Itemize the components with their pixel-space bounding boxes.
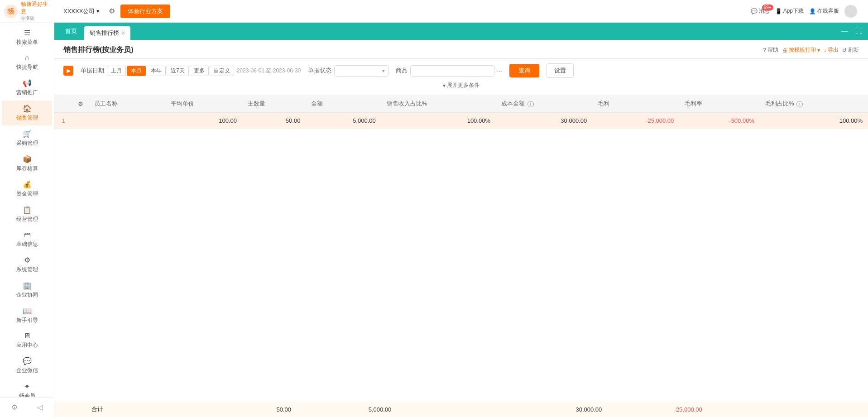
goods-filter-label: 商品	[396, 67, 408, 75]
tab-home[interactable]: 首页	[58, 23, 84, 40]
topbar-settings-icon[interactable]: ⚙	[107, 5, 117, 17]
date-btn-more[interactable]: 更多	[190, 66, 209, 76]
cell-gross-pct: 100.00%	[760, 113, 868, 129]
sidebar-item-quick-nav[interactable]: ⌂快捷导航	[2, 50, 52, 75]
footer-avg-price-cell	[136, 402, 216, 417]
gross-pct-info-icon[interactable]: i	[796, 101, 803, 107]
cost-info-icon[interactable]: i	[528, 101, 534, 107]
tab-minimize-icon[interactable]: —	[839, 25, 850, 37]
export-btn[interactable]: ↓ 导出	[824, 46, 839, 54]
sidebar-nav: ☰搜索菜单⌂快捷导航📢营销推广🏠销售管理🛒采购管理📦库存核算💰资金管理📋经营管理…	[0, 23, 54, 397]
settings-btn[interactable]: 设置	[547, 63, 574, 78]
filter-expand-arrow[interactable]: ▶	[63, 66, 73, 76]
tab-close-icon[interactable]: ×	[122, 30, 125, 36]
goods-more-icon[interactable]: ···	[497, 67, 502, 74]
th-employee-name: 员工名称	[89, 95, 165, 113]
sidebar-item-sales[interactable]: 🏠销售管理	[2, 101, 52, 125]
footer-cost-cell: 30,000.00	[507, 402, 607, 417]
sidebar-label-quick-nav: 快捷导航	[16, 63, 38, 71]
template-icon: 🖨	[782, 47, 787, 53]
sidebar: 畅 畅康通好生意 标准版 ☰搜索菜单⌂快捷导航📢营销推广🏠销售管理🛒采购管理📦库…	[0, 0, 54, 417]
footer-table: 合计 50.00 5,000.00 30,000.00 -25,000.00	[54, 402, 868, 417]
query-btn[interactable]: 查询	[509, 64, 539, 77]
sidebar-icon-sales: 🏠	[23, 104, 32, 113]
service-label: 在线客服	[817, 7, 839, 15]
trial-btn[interactable]: 体验行业方案	[120, 5, 170, 18]
sidebar-label-system: 系统管理	[16, 266, 38, 273]
sidebar-item-basic-info[interactable]: 🗃基础信息	[2, 227, 52, 252]
sidebar-bottom-settings[interactable]: ⚙	[10, 401, 19, 413]
footer-main-qty-cell: 50.00	[216, 402, 297, 417]
sidebar-item-inventory[interactable]: 📦库存核算	[2, 151, 52, 176]
table-body: 1 100.00 50.00 5,000.00 100.00% 30,000.0…	[54, 113, 868, 129]
sidebar-label-marketing: 营销推广	[16, 89, 38, 96]
table-row: 1 100.00 50.00 5,000.00 100.00% 30,000.0…	[54, 113, 868, 129]
table-settings-icon[interactable]: ⚙	[78, 101, 83, 107]
cell-amount: 5,000.00	[306, 113, 381, 129]
table-header: ⚙ 员工名称 平均单价 主数量 全额 销售收入占比% 成本全额 i 毛利 毛利率…	[54, 95, 868, 113]
sidebar-collapse-btn[interactable]: ◁	[35, 401, 44, 413]
sidebar-item-member[interactable]: ✦畅会员	[2, 379, 52, 397]
sidebar-item-wechat[interactable]: 💬企业微信	[2, 353, 52, 378]
sidebar-item-marketing[interactable]: 📢营销推广	[2, 75, 52, 100]
sidebar-item-guide[interactable]: 📖新手引导	[2, 303, 52, 328]
sidebar-item-search-order[interactable]: ☰搜索菜单	[2, 25, 52, 50]
date-btn-this-month[interactable]: 本月	[127, 66, 146, 76]
sidebar-label-app-center: 应用中心	[16, 341, 38, 349]
sidebar-logo: 畅 畅康通好生意 标准版	[0, 0, 54, 23]
cell-cost: 30,000.00	[496, 113, 592, 129]
user-avatar[interactable]	[844, 5, 857, 18]
topbar-messages[interactable]: 💬 消息 99+	[751, 7, 770, 15]
sidebar-label-inventory: 库存核算	[16, 165, 38, 173]
tab-sales-ranking-label: 销售排行榜	[90, 29, 119, 37]
sidebar-icon-quick-nav: ⌂	[25, 54, 29, 62]
th-settings[interactable]: ⚙	[72, 95, 89, 113]
tab-maximize-icon[interactable]: ⛶	[854, 25, 864, 37]
sidebar-item-purchase[interactable]: 🛒采购管理	[2, 126, 52, 151]
topbar-app-download[interactable]: 📱 App下载	[775, 7, 804, 15]
sidebar-item-enterprise[interactable]: 🏢企业协同	[2, 278, 52, 302]
footer-sales-pct-cell	[397, 402, 507, 417]
sidebar-item-finance[interactable]: 💰资金管理	[2, 177, 52, 201]
date-btn-7days[interactable]: 近7天	[167, 66, 189, 76]
footer-gross-pct-cell	[788, 402, 868, 417]
cell-sales-pct: 100.00%	[381, 113, 496, 129]
date-btn-this-year[interactable]: 本年	[147, 66, 166, 76]
sidebar-label-enterprise: 企业协同	[16, 291, 38, 299]
company-name: XXXXX公司	[63, 7, 95, 15]
sidebar-icon-basic-info: 🗃	[24, 231, 31, 239]
date-btn-last-month[interactable]: 上月	[107, 66, 126, 76]
filter-expand-row: ▾ 展开更多条件	[63, 81, 859, 90]
sidebar-label-guide: 新手引导	[16, 316, 38, 324]
help-btn[interactable]: ? 帮助	[763, 46, 778, 54]
topbar-right: 💬 消息 99+ 📱 App下载 👤 在线客服	[751, 5, 863, 18]
th-cost: 成本全额 i	[496, 95, 592, 113]
sidebar-item-operation[interactable]: 📋经营管理	[2, 202, 52, 227]
expand-icon: ▾	[443, 82, 446, 89]
refresh-label: 刷新	[848, 46, 859, 54]
date-btn-custom[interactable]: 自定义	[210, 66, 234, 76]
expand-more-btn[interactable]: ▾ 展开更多条件	[439, 81, 483, 90]
footer-settings-cell	[72, 402, 86, 417]
sidebar-item-system[interactable]: ⚙系统管理	[2, 252, 52, 277]
refresh-btn[interactable]: ↺ 刷新	[842, 46, 859, 54]
sidebar-icon-system: ⚙	[24, 256, 30, 264]
table-footer: 合计 50.00 5,000.00 30,000.00 -25,000.00	[54, 402, 868, 417]
tab-home-label: 首页	[65, 27, 77, 35]
sidebar-label-purchase: 采购管理	[16, 139, 38, 147]
refresh-icon: ↺	[842, 47, 847, 53]
company-selector[interactable]: XXXXX公司 ▾	[60, 5, 103, 17]
sidebar-label-operation: 经营管理	[16, 216, 38, 223]
status-select[interactable]	[334, 65, 388, 77]
goods-input[interactable]	[410, 65, 494, 77]
topbar-online-service[interactable]: 👤 在线客服	[809, 7, 839, 15]
date-filter-group: 单据日期 上月 本月 本年 近7天 更多 自定义 2023-06-01 至 20…	[81, 66, 301, 76]
sidebar-item-app-center[interactable]: 🖥应用中心	[2, 328, 52, 353]
app-logo-sub: 标准版	[21, 15, 50, 21]
company-dropdown-icon: ▾	[96, 8, 100, 14]
sidebar-icon-inventory: 📦	[23, 155, 32, 163]
tab-sales-ranking[interactable]: 销售排行榜 ×	[84, 26, 130, 40]
template-print-btn[interactable]: 🖨 按模板打印 ▾	[782, 46, 820, 54]
date-range-display: 2023-06-01 至 2023-06-30	[237, 67, 301, 75]
th-gross-pct: 毛利占比% i	[760, 95, 868, 113]
